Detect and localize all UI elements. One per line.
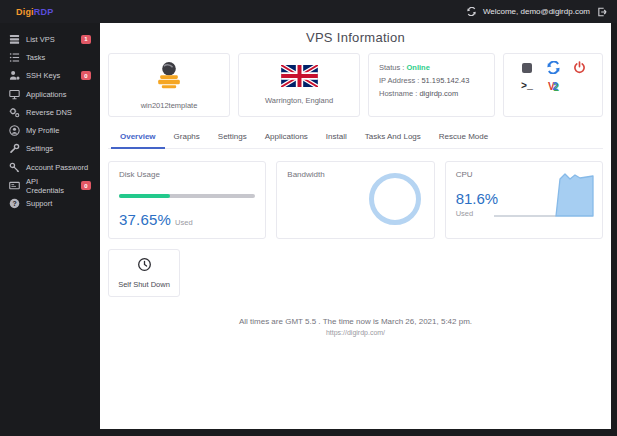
sidebar: List VPS 1 Tasks SSH Keys 0 Applications… (0, 23, 100, 436)
sidebar-item-label: Account Password (26, 163, 88, 172)
tab-overview[interactable]: Overview (111, 128, 165, 149)
status-value: Online (407, 63, 430, 72)
self-shutdown-button[interactable]: Self Shut Down (108, 249, 180, 297)
console-icon[interactable]: >_ (521, 81, 533, 92)
hostname-line: Hostname : digirdp.com (379, 88, 484, 101)
ip-value: 51.195.142.43 (421, 76, 469, 85)
sidebar-item-label: List VPS (26, 35, 55, 44)
sidebar-item-account-password[interactable]: Account Password (0, 158, 100, 176)
brand-logo-part2: RDP (34, 7, 54, 17)
status-label: Status : (379, 63, 404, 72)
sidebar-item-api-credentials[interactable]: API Credentials 0 (0, 176, 100, 194)
brand-logo[interactable]: DigiRDP (16, 7, 53, 17)
stats-row: Disk Usage 37.65% Used Bandwidth CPU 81.… (108, 161, 603, 239)
info-card-row: win2012template Warrington, England Stat… (108, 53, 603, 117)
sidebar-item-support[interactable]: ? Support (0, 195, 100, 213)
footer: All times are GMT 5.5 . The time now is … (108, 317, 603, 336)
logout-icon[interactable] (597, 7, 607, 17)
sidebar-item-tasks[interactable]: Tasks (0, 48, 100, 66)
cpu-area-chart (492, 166, 596, 230)
sidebar-item-label: Tasks (26, 53, 45, 62)
sidebar-item-label: Applications (26, 90, 66, 99)
disk-progress-fill (119, 194, 170, 198)
page-title: VPS Information (108, 30, 603, 45)
main-panel: VPS Information win2012template Warringt… (100, 23, 611, 429)
sidebar-item-label: My Profile (26, 126, 59, 135)
location-name: Warrington, England (265, 96, 333, 105)
sidebar-item-applications[interactable]: Applications (0, 85, 100, 103)
sidebar-badge: 1 (81, 35, 91, 44)
uk-flag (281, 65, 318, 91)
clock-icon (137, 257, 152, 276)
ip-label: IP Address : (379, 76, 419, 85)
sidebar-item-reverse-dns[interactable]: Reverse DNS (0, 103, 100, 121)
id-card-icon (9, 180, 20, 191)
tab-install[interactable]: Install (317, 128, 356, 148)
location-card: Warrington, England (238, 53, 360, 117)
sidebar-item-label: SSH Keys (26, 71, 60, 80)
topbar-right: Welcome, demo@digirdp.com (467, 7, 607, 17)
sync-icon[interactable] (467, 7, 476, 16)
tab-settings[interactable]: Settings (209, 128, 256, 148)
sidebar-item-settings[interactable]: Settings (0, 140, 100, 158)
tab-bar: Overview Graphs Settings Applications In… (108, 128, 603, 149)
bandwidth-donut-chart (369, 173, 421, 225)
sidebar-item-list-vps[interactable]: List VPS 1 (0, 30, 100, 48)
disk-usage-label: Disk Usage (119, 170, 255, 179)
topbar: DigiRDP Welcome, demo@digirdp.com (0, 0, 617, 23)
vnc-console-icon[interactable]: V2 (548, 82, 558, 92)
task-list-icon (9, 52, 20, 63)
question-circle-icon: ? (9, 198, 20, 209)
status-card: Status : Online IP Address : 51.195.142.… (368, 53, 495, 117)
sidebar-item-my-profile[interactable]: My Profile (0, 121, 100, 139)
server-list-icon (9, 34, 20, 45)
refresh-icon[interactable] (547, 61, 560, 74)
disk-percent-row: 37.65% Used (119, 211, 255, 228)
vnc-letter-2: 2 (553, 82, 559, 92)
template-card: win2012template (108, 53, 230, 117)
sidebar-badge: 0 (81, 71, 91, 80)
sidebar-item-label: API Credentials (26, 177, 75, 195)
sidebar-item-ssh-keys[interactable]: SSH Keys 0 (0, 67, 100, 85)
footer-site-link[interactable]: https://digirdp.com/ (108, 329, 603, 336)
actions-card: >_ V2 (503, 53, 603, 117)
footer-time-text: All times are GMT 5.5 . The time now is … (108, 317, 603, 326)
self-shutdown-label: Self Shut Down (118, 280, 170, 289)
tab-applications[interactable]: Applications (256, 128, 317, 148)
bandwidth-card: Bandwidth (276, 161, 434, 239)
tab-rescue-mode[interactable]: Rescue Mode (430, 128, 497, 148)
server-template-icon (153, 60, 185, 96)
svg-text:?: ? (12, 200, 16, 207)
monitor-icon (9, 89, 20, 100)
sidebar-badge: 0 (81, 181, 91, 190)
disk-progress-track (119, 194, 255, 198)
key-icon (9, 162, 20, 173)
sidebar-item-label: Support (26, 199, 52, 208)
sidebar-item-label: Settings (26, 144, 53, 153)
template-name: win2012template (141, 101, 198, 110)
hostname-value: digirdp.com (419, 89, 458, 98)
cpu-card: CPU 81.6% Used (445, 161, 603, 239)
power-icon[interactable] (573, 61, 586, 74)
sidebar-item-label: Reverse DNS (26, 108, 72, 117)
status-line: Status : Online (379, 62, 484, 75)
app-window: DigiRDP Welcome, demo@digirdp.com List V… (0, 0, 617, 436)
brand-logo-part1: Digi (16, 7, 34, 17)
user-key-icon (9, 70, 20, 81)
user-circle-icon (9, 125, 20, 136)
gears-icon (9, 107, 20, 118)
welcome-text: Welcome, demo@digirdp.com (483, 7, 590, 16)
tab-graphs[interactable]: Graphs (165, 128, 209, 148)
hostname-label: Hostname : (379, 89, 417, 98)
ip-line: IP Address : 51.195.142.43 (379, 75, 484, 88)
tab-tasks-and-logs[interactable]: Tasks And Logs (356, 128, 430, 148)
stop-icon[interactable] (522, 63, 532, 73)
disk-usage-card: Disk Usage 37.65% Used (108, 161, 266, 239)
disk-percent: 37.65% (119, 211, 171, 228)
disk-used-label: Used (175, 218, 193, 227)
actions-grid: >_ V2 (514, 61, 592, 92)
wrench-icon (9, 143, 20, 154)
